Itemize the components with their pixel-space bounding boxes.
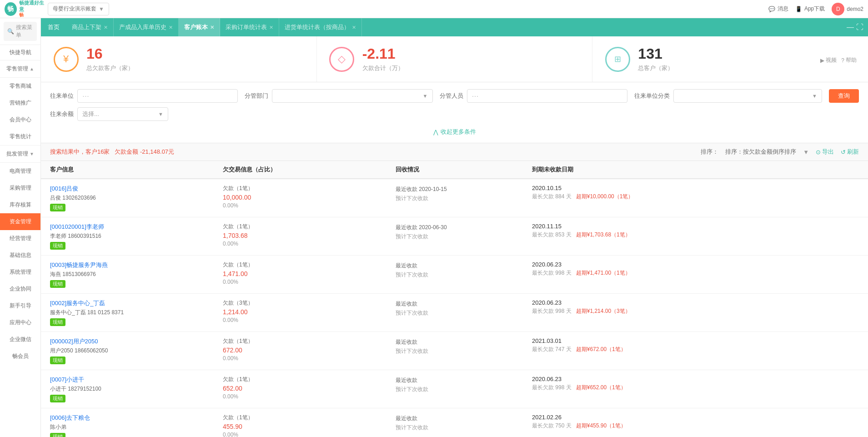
sidebar-item-ecommerce[interactable]: 电商管理 [0,163,40,180]
overdue-amount[interactable]: 超期¥652.00（1笔） [576,384,626,391]
industry-selector[interactable]: 母婴行业演示账套 ▼ [48,3,109,15]
sidebar-item-app-center[interactable]: 应用中心 [0,314,40,331]
customer-tag: 现销 [50,433,65,437]
recent-collection: 最近收款 [396,414,532,424]
sidebar-quick-nav[interactable]: 快捷导航 [0,45,40,60]
stat-info-debt-amount: -2.11 欠款合计（万） [362,46,581,72]
unit-category-select[interactable]: ▼ [673,89,822,103]
next-collection: 预计下次收款 [396,195,532,202]
collapse-btn[interactable]: ⋀ 收起更多条件 [50,126,859,138]
customer-name[interactable]: [0001020001]李老师 [50,223,223,231]
customer-name[interactable]: [0016]吕俊 [50,185,223,193]
search-button[interactable]: 查询 [829,89,859,103]
sidebar-item-warehouse[interactable]: 库存核算 [0,196,40,213]
customer-tag: 现销 [50,204,65,211]
source-unit-input[interactable]: ··· [77,89,238,103]
customer-phone: 海燕 18513066976 [50,271,223,278]
tab-close-customer-account[interactable]: ✕ [210,25,214,30]
tab-product-off[interactable]: 商品上下架 ✕ [66,18,114,36]
sidebar-item-vip[interactable]: 畅会员 [0,348,40,365]
tab-close-purchase-order[interactable]: ✕ [269,25,273,30]
department-select[interactable]: ▼ [272,89,432,103]
customer-name[interactable]: [0002]服务中心_丁磊 [50,299,223,307]
col-header-debt: 欠交易信息（占比） [223,166,396,174]
customer-name[interactable]: [000002]用户2050 [50,337,223,346]
sidebar-item-finance[interactable]: 资金管理 [0,213,40,230]
stat-info-debt-customers: 16 总欠款客户（家） [86,46,305,72]
debt-amount: 672.00 [223,347,396,354]
top-bar: 畅 畅捷通好生意 畅 母婴行业演示账套 ▼ 💬 消息 📱 App下载 D dem… [0,0,868,18]
sidebar-item-retail-mall[interactable]: 零售商城 [0,78,40,95]
export-btn[interactable]: ⊙ 导出 [816,148,834,156]
overdue-cell: 2021.03.01 最长欠款 747 天 超期¥672.00（1笔） [532,337,859,353]
collection-info-cell: 最近收款 预计下次收款 [396,376,532,393]
sidebar-item-wechat[interactable]: 企业微信 [0,331,40,348]
sidebar-search[interactable]: 🔍 搜索菜单 [0,18,40,45]
tab-purchase-order[interactable]: 采购订单统计表 ✕ [220,18,279,36]
debt-ratio: 0.00% [223,393,396,400]
sidebar-item-batch-mgmt[interactable]: 批发管理 ▼ [0,145,40,163]
app-download-btn[interactable]: 📱 App下载 [795,5,825,13]
main-area: 🔍 搜索菜单 快捷导航 零售管理 ▲ 零售商城 营销推广 会员 [0,18,868,437]
overdue-amount[interactable]: 超期¥455.90（1笔） [576,422,626,429]
tab-product-history[interactable]: 产成品入库单历史 ✕ [114,18,179,36]
tab-close-product-off[interactable]: ✕ [104,25,108,30]
sidebar-item-enterprise[interactable]: 企业协同 [0,281,40,297]
sidebar-item-purchase[interactable]: 采购管理 [0,180,40,196]
debt-amount: 652.00 [223,385,396,392]
message-btn[interactable]: 💬 消息 [768,5,788,13]
overdue-amount[interactable]: 超期¥1,471.00（1笔） [576,270,631,276]
debt-info-cell: 欠款（1笔） 10,000.00 0.00% [223,185,396,209]
user-btn[interactable]: D demo2 [832,3,863,15]
overdue-amount[interactable]: 超期¥10,000.00（1笔） [576,193,634,200]
manager-input[interactable]: ··· [467,89,627,103]
next-collection: 预计下次收款 [396,347,532,355]
sidebar-item-system[interactable]: 系统管理 [0,264,40,281]
overdue-date: 2020.06.23 [532,261,859,268]
tab-customer-account[interactable]: 客户账本 ✕ [179,18,220,36]
tab-maximize-btn[interactable]: ⛶ [856,23,863,31]
sidebar-item-marketing[interactable]: 营销推广 [0,95,40,111]
sidebar-item-retail-mgmt[interactable]: 零售管理 ▲ [0,60,40,78]
tab-close-import-stat[interactable]: ✕ [352,25,356,30]
customer-info-cell: [0007]小进干 小进干 18279152100 现销 [50,376,223,402]
overdue-date: 2020.06.23 [532,376,859,382]
tab-import-stat[interactable]: 进货单统计表（按商品） ✕ [279,18,362,36]
sidebar-item-basic-info[interactable]: 基础信息 [0,247,40,264]
tab-minimize-btn[interactable]: — [847,23,854,31]
sidebar-item-member[interactable]: 会员中心 [0,111,40,128]
customer-info-cell: [0006]去下粮仓 陈小弟 现销 [50,414,223,437]
refresh-btn[interactable]: ↺ 刷新 [841,148,859,156]
tab-home[interactable]: 首页 [41,23,66,31]
table-row: [0002]服务中心_丁磊 服务中心_丁磊 181 0125 8371 现销 欠… [41,294,868,332]
overdue-date: 2021.03.01 [532,337,859,344]
tab-close-product-history[interactable]: ✕ [169,25,173,30]
balance-select[interactable]: 选择... ▼ [77,107,168,121]
customer-name[interactable]: [0006]去下粮仓 [50,414,223,422]
customer-info-cell: [0003]畅捷服务尹海燕 海燕 18513066976 现销 [50,261,223,288]
filter-item-balance: 往来余额 选择... ▼ [50,107,859,121]
customer-info-cell: [000002]用户2050 用户2050 18665062050 现销 [50,337,223,364]
debt-count: 欠款（1笔） [223,261,396,269]
stat-icon-amount: ◇ [328,45,356,73]
collection-info-cell: 最近收款 预计下次收款 [396,337,532,355]
overdue-amount[interactable]: 超期¥1,703.68（1笔） [576,231,631,238]
collection-info-cell: 最近收款 2020-10-15 预计下次收款 [396,185,532,202]
customer-name[interactable]: [0003]畅捷服务尹海燕 [50,261,223,269]
table-header: 客户信息 欠交易信息（占比） 回收情况 到期未收款日期 [41,161,868,179]
overdue-date: 2021.02.26 [532,414,859,421]
video-btn[interactable]: ▶视频 [820,56,837,64]
tab-bar: 首页 商品上下架 ✕ 产成品入库单历史 ✕ 客户账本 ✕ 采购订单统计表 ✕ [41,18,868,36]
customer-name[interactable]: [0007]小进干 [50,376,223,384]
overdue-days: 最长欠款 853 天 超期¥1,703.68（1笔） [532,231,859,239]
overdue-amount[interactable]: 超期¥672.00（1笔） [576,346,626,352]
sidebar-item-operations[interactable]: 经营管理 [0,230,40,247]
help-btn[interactable]: ?帮助 [841,56,857,64]
customer-tag: 现销 [50,395,65,402]
sidebar-item-newbie[interactable]: 新手引导 [0,297,40,314]
customer-phone: 服务中心_丁磊 181 0125 8371 [50,309,223,316]
sidebar-item-retail-stats[interactable]: 零售统计 [0,128,40,145]
overdue-amount[interactable]: 超期¥1,214.00（3笔） [576,308,631,314]
stat-info-total-customers: 131 总客户（家） [638,46,813,72]
filter-area: 往来单位 ··· 分管部门 ▼ [41,82,868,143]
